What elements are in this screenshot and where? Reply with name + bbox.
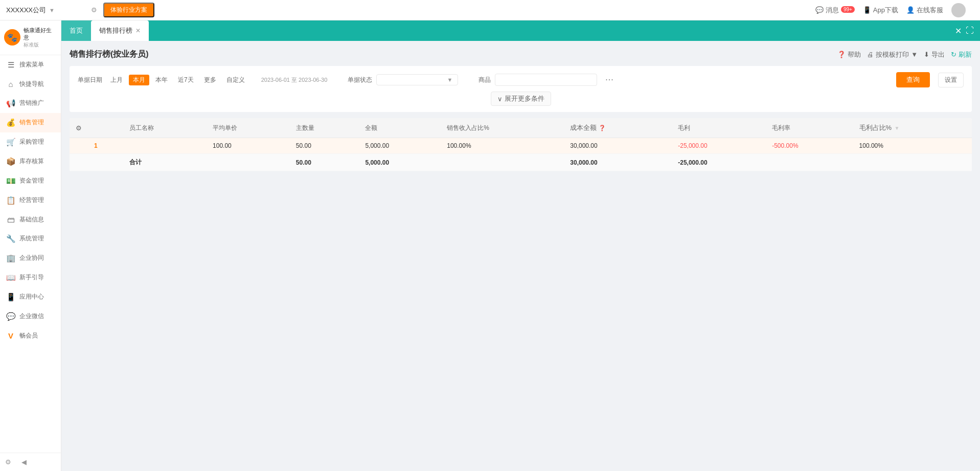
col-amount: 全额 <box>359 118 441 138</box>
more-filters-btn[interactable]: ··· <box>605 75 613 84</box>
finance-label: 资金管理 <box>19 176 44 185</box>
basic-info-label: 基础信息 <box>19 215 44 224</box>
footer-row: 合计 50.00 5,000.00 30,000.00 -25,000.00 <box>70 154 972 171</box>
tab-home-label: 首页 <box>70 26 83 35</box>
col-sales-pct: 销售收入占比% <box>441 118 564 138</box>
page-actions: ❓ 帮助 🖨 按模板打印 ▼ ⬇ 导出 ↻ 刷新 <box>837 50 972 59</box>
sidebar-item-wechat[interactable]: 💬 企业微信 <box>0 307 61 326</box>
online-support-btn[interactable]: 👤 在线客服 <box>906 6 943 15</box>
trial-button[interactable]: 体验行业方案 <box>103 3 154 17</box>
query-button[interactable]: 查询 <box>896 72 930 87</box>
sidebar-item-finance[interactable]: 💵 资金管理 <box>0 171 61 191</box>
company-selector[interactable]: XXXXXX公司 ▼ <box>6 6 88 15</box>
search-order-icon: ☰ <box>6 60 15 70</box>
date-tab-custom[interactable]: 自定义 <box>222 75 249 85</box>
goods-input-wrapper[interactable] <box>495 74 597 86</box>
export-icon: ⬇ <box>924 51 929 58</box>
date-filter: 单据日期 上月 本月 本年 近7天 更多 自定义 <box>78 75 249 85</box>
col-avg-price: 平均单价 <box>207 118 290 138</box>
tab-close-btn[interactable]: ✕ <box>135 27 141 34</box>
logo-text: 畅康通好生意 标准版 <box>24 27 57 49</box>
member-icon: V <box>6 331 15 340</box>
app-center-label: 应用中心 <box>19 293 44 301</box>
refresh-btn[interactable]: ↻ 刷新 <box>951 50 972 59</box>
status-select[interactable]: ▼ <box>376 74 458 85</box>
expand-conditions-btn[interactable]: ∨ 展开更多条件 <box>491 92 551 106</box>
cost-amount-help-icon[interactable]: ❓ <box>599 125 606 131</box>
footer-avg-price <box>207 154 290 171</box>
logo-title: 畅康通好生意 <box>24 27 57 41</box>
sidebar-item-enterprise[interactable]: 🏢 企业协同 <box>0 249 61 268</box>
sidebar-item-purchase[interactable]: 🛒 采购管理 <box>0 132 61 152</box>
guide-label: 新手引导 <box>19 273 44 282</box>
tab-close-all-icon[interactable]: ✕ <box>955 26 962 36</box>
sidebar-settings-icon: ⚙ <box>5 458 11 466</box>
date-range-text: 2023-06-01 至 2023-06-30 <box>261 77 328 83</box>
cell-gross-profit: -25,000.00 <box>672 138 766 154</box>
system-label: 系统管理 <box>19 234 44 243</box>
table-settings-icon[interactable]: ⚙ <box>76 124 82 132</box>
table-header: ⚙ 员工名称 平均单价 主数量 全额 销售收入占比% 成本全额 ❓ <box>70 118 972 138</box>
sidebar-item-basic-info[interactable]: 🗃 基础信息 <box>0 210 61 229</box>
col-employee: 员工名称 <box>123 118 207 138</box>
help-btn[interactable]: ❓ 帮助 <box>837 50 861 59</box>
sidebar-item-system[interactable]: 🔧 系统管理 <box>0 229 61 249</box>
message-icon: 💬 <box>815 6 824 14</box>
export-btn[interactable]: ⬇ 导出 <box>924 50 945 59</box>
footer-rank-cell <box>88 154 123 171</box>
company-arrow: ▼ <box>49 7 55 13</box>
system-icon: 🔧 <box>6 234 15 243</box>
logo-icon: 🐾 <box>4 29 20 46</box>
top-bar-right: 💬 消息 99+ 📱 App下载 👤 在线客服 <box>815 3 974 17</box>
date-tab-current-year[interactable]: 本年 <box>151 75 172 85</box>
expand-icon: ∨ <box>497 95 503 103</box>
message-btn[interactable]: 💬 消息 99+ <box>815 6 855 15</box>
export-label: 导出 <box>931 50 945 59</box>
date-tab-last-month[interactable]: 上月 <box>106 75 127 85</box>
sidebar-item-search-order[interactable]: ☰ 搜索菜单 <box>0 55 61 75</box>
footer-sales-pct <box>441 154 564 171</box>
expand-row: ∨ 展开更多条件 <box>78 92 964 106</box>
settings-icon[interactable]: ⚙ <box>91 6 97 14</box>
operations-label: 经营管理 <box>19 196 44 205</box>
app-download-btn[interactable]: 📱 App下载 <box>863 6 898 15</box>
basic-info-icon: 🗃 <box>6 215 15 224</box>
tab-sales-rank[interactable]: 销售排行榜 ✕ <box>91 20 149 41</box>
date-tab-more[interactable]: 更多 <box>200 75 220 85</box>
sidebar-item-quick-nav[interactable]: ⌂ 快捷导航 <box>0 75 61 94</box>
purchase-label: 采购管理 <box>19 138 44 146</box>
purchase-icon: 🛒 <box>6 138 15 147</box>
sidebar-item-sales[interactable]: 💰 销售管理 <box>0 113 61 132</box>
setting-button[interactable]: 设置 <box>938 73 964 87</box>
sidebar-item-member[interactable]: V 畅会员 <box>0 326 61 345</box>
footer-amount: 5,000.00 <box>359 154 441 171</box>
sidebar-item-inventory[interactable]: 📦 库存核算 <box>0 152 61 171</box>
goods-filter: 商品 <box>478 74 597 86</box>
company-name: XXXXXX公司 <box>6 6 46 15</box>
tab-home[interactable]: 首页 <box>61 20 91 41</box>
enterprise-label: 企业协同 <box>19 254 44 262</box>
sidebar-item-marketing[interactable]: 📢 营销推广 <box>0 94 61 113</box>
sidebar-item-app-center[interactable]: 📱 应用中心 <box>0 287 61 307</box>
goods-input[interactable] <box>500 76 591 83</box>
print-btn[interactable]: 🖨 按模板打印 ▼ <box>867 50 918 59</box>
expand-label: 展开更多条件 <box>505 94 544 103</box>
logo-subtitle: 标准版 <box>24 41 57 49</box>
avatar[interactable] <box>951 3 966 17</box>
sidebar-settings-btn[interactable]: ⚙ <box>0 453 16 471</box>
page-header: 销售排行榜(按业务员) ❓ 帮助 🖨 按模板打印 ▼ ⬇ 导出 <box>70 49 972 60</box>
sidebar-collapse-btn[interactable]: ◀ <box>16 453 32 471</box>
sidebar-item-operations[interactable]: 📋 经营管理 <box>0 191 61 210</box>
search-order-label: 搜索菜单 <box>19 60 44 69</box>
cell-rank: 1 <box>88 138 123 154</box>
col-settings[interactable]: ⚙ <box>70 118 88 138</box>
enterprise-icon: 🏢 <box>6 254 15 263</box>
date-tab-last-7-days[interactable]: 近7天 <box>174 75 198 85</box>
date-tab-current-month[interactable]: 本月 <box>129 75 149 85</box>
gross-pct-sort-icon[interactable]: ▼ <box>894 125 899 131</box>
sidebar-item-guide[interactable]: 📖 新手引导 <box>0 268 61 287</box>
sales-icon: 💰 <box>6 118 15 127</box>
page-title: 销售排行榜(按业务员) <box>70 49 149 60</box>
quick-nav-label: 快捷导航 <box>19 80 44 88</box>
tab-fullscreen-icon[interactable]: ⛶ <box>966 26 974 35</box>
